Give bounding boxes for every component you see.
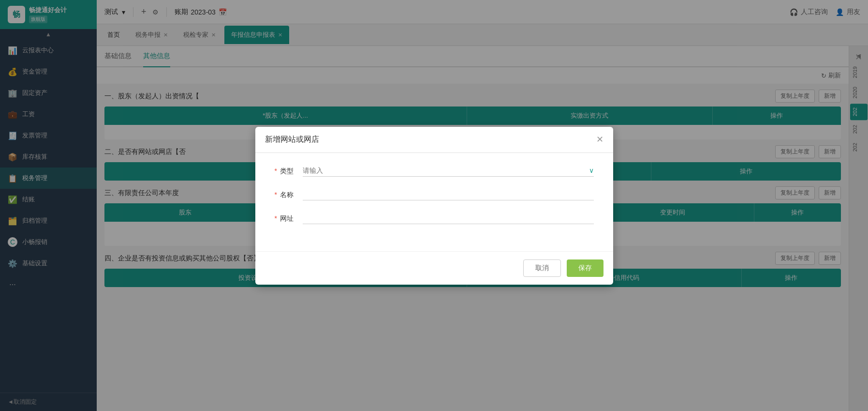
name-input[interactable] bbox=[303, 190, 594, 198]
name-input-wrapper[interactable] bbox=[303, 190, 594, 200]
cancel-button[interactable]: 取消 bbox=[523, 259, 561, 277]
modal-field-name: * 名称 bbox=[275, 190, 594, 200]
modal-body: * 类型 ∨ * 名称 * bbox=[255, 153, 613, 251]
url-input-wrapper[interactable] bbox=[303, 214, 594, 224]
type-dropdown-icon[interactable]: ∨ bbox=[589, 167, 594, 174]
url-field-label: * 网址 bbox=[275, 214, 299, 223]
modal-header: 新增网站或网店 ✕ bbox=[255, 127, 613, 153]
name-field-label: * 名称 bbox=[275, 191, 299, 199]
type-field-label: * 类型 bbox=[275, 167, 299, 176]
modal-footer: 取消 保存 bbox=[255, 251, 613, 285]
modal-field-url: * 网址 bbox=[275, 214, 594, 224]
modal-close-button[interactable]: ✕ bbox=[596, 135, 603, 144]
modal-add-website: 新增网站或网店 ✕ * 类型 ∨ * 名称 bbox=[255, 127, 613, 285]
type-input-wrapper[interactable]: ∨ bbox=[303, 167, 594, 177]
modal-title: 新增网站或网店 bbox=[265, 135, 319, 145]
url-input[interactable] bbox=[303, 214, 594, 222]
type-input[interactable] bbox=[303, 167, 589, 174]
modal-field-type: * 类型 ∨ bbox=[275, 167, 594, 177]
modal-overlay[interactable]: 新增网站或网店 ✕ * 类型 ∨ * 名称 bbox=[0, 0, 868, 411]
save-button[interactable]: 保存 bbox=[567, 259, 603, 277]
